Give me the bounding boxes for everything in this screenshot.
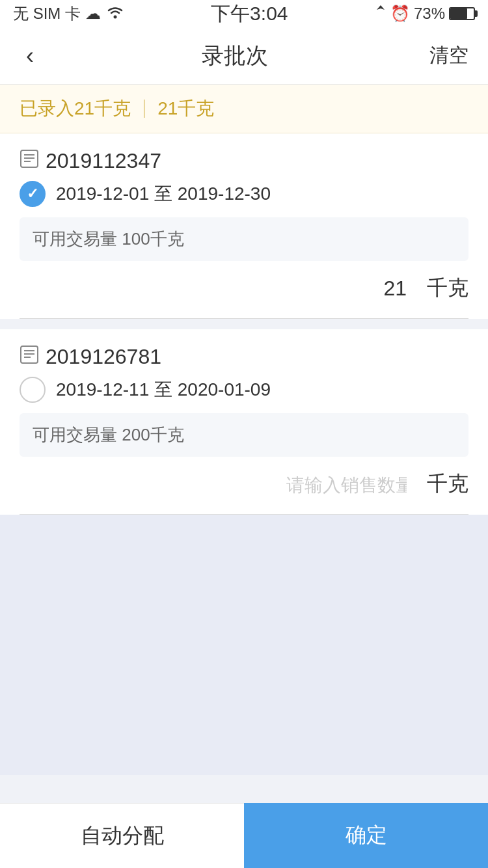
batch-date-row-1[interactable]: 2019-12-01 至 2019-12-30	[20, 181, 468, 207]
radio-1[interactable]	[20, 181, 46, 207]
clear-button[interactable]: 清空	[429, 42, 468, 69]
bottom-bar: 自动分配 确定	[0, 803, 488, 868]
batch-date-2: 2019-12-11 至 2020-01-09	[56, 377, 271, 402]
batch-id-row-1: 2019112347	[20, 149, 468, 173]
wifi-icon	[106, 5, 124, 23]
auto-distribute-button[interactable]: 自动分配	[0, 803, 244, 868]
qty-input-1[interactable]	[286, 277, 416, 301]
section-sep-1	[0, 319, 488, 329]
batch-date-1: 2019-12-01 至 2019-12-30	[56, 182, 271, 206]
batch-qty-2: 可用交易量 200千克	[20, 413, 468, 457]
alarm-icon: ⏰	[390, 5, 410, 23]
location-icon	[375, 5, 386, 23]
batch-item-1: 2019112347 2019-12-01 至 2019-12-30 可用交易量…	[0, 133, 488, 319]
summary-label: 已录入21千克	[20, 96, 131, 121]
status-bar: 无 SIM 卡 ☁ 下午3:04 ⏰ 73%	[0, 0, 488, 27]
batch-qty-1: 可用交易量 100千克	[20, 217, 468, 261]
batch-id-2: 2019126781	[46, 345, 161, 369]
qty-input-2[interactable]	[286, 472, 416, 496]
battery-icon	[449, 7, 475, 20]
qty-unit-2: 千克	[427, 470, 468, 498]
nav-bar: ‹ 录批次 清空	[0, 27, 488, 85]
summary-banner: 已录入21千克 21千克	[0, 85, 488, 133]
batch-date-row-2[interactable]: 2019-12-11 至 2020-01-09	[20, 377, 468, 403]
sim-text: 无 SIM 卡 ☁	[13, 3, 101, 24]
status-right: ⏰ 73%	[375, 5, 475, 23]
batch-id-icon-2	[20, 345, 39, 369]
batch-id-icon-1	[20, 149, 39, 173]
qty-unit-1: 千克	[427, 274, 468, 303]
summary-value: 21千克	[157, 96, 214, 121]
summary-divider	[144, 100, 144, 118]
empty-area	[0, 515, 488, 775]
batch-id-1: 2019112347	[46, 149, 161, 173]
status-time: 下午3:04	[211, 1, 288, 27]
qty-row-1: 千克	[0, 261, 488, 318]
svg-point-0	[113, 16, 116, 19]
confirm-button[interactable]: 确定	[244, 803, 488, 868]
page-title: 录批次	[202, 41, 268, 71]
qty-row-2: 千克	[0, 457, 488, 514]
status-left: 无 SIM 卡 ☁	[13, 3, 124, 24]
batch-item-2: 2019126781 2019-12-11 至 2020-01-09 可用交易量…	[0, 329, 488, 515]
radio-2[interactable]	[20, 377, 46, 403]
back-button[interactable]: ‹	[20, 36, 40, 76]
battery-percent: 73%	[414, 5, 445, 23]
batch-id-row-2: 2019126781	[20, 345, 468, 369]
